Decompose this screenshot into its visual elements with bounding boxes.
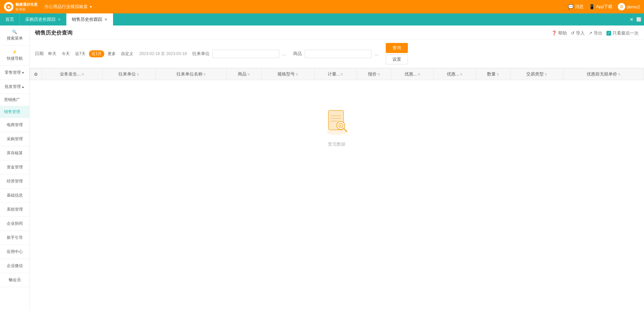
column-settings-icon[interactable]: ⚙ [34,72,38,77]
goods-label: 商品 [293,51,302,57]
col-pretax-price[interactable]: 优惠前无税单价⇅ [563,68,644,80]
col-settings[interactable]: ⚙ [30,68,42,80]
date-filter-group: 日期 昨天 今天 近7天 近1月 更多 自定义 2023-02-18 至 202… [35,50,187,57]
sidebar-item-sales-mgmt[interactable]: 销售管理 [0,106,29,118]
sidebar-item-inventory-check[interactable]: 库存核算 [0,146,29,160]
col-discount2[interactable]: 优惠...⇅ [433,68,476,80]
trade-type-label: 交易类型 [526,71,544,77]
sales-tab-close[interactable]: ✕ [104,17,107,22]
sort-icon-partner-name: ⇅ [203,72,206,76]
message-label: 消息 [575,4,584,10]
date-opt-yesterday[interactable]: 昨天 [46,50,58,57]
filter-bar: 日期 昨天 今天 近7天 近1月 更多 自定义 2023-02-18 至 202… [30,40,644,68]
sidebar-item-search-menu[interactable]: 🔍 搜索菜单 [0,25,29,46]
enterprise-agreement-label: 企业协同 [7,221,23,226]
purchase-mgmt-label: 采购管理 [7,136,23,142]
user-action[interactable]: D demo2 [618,3,640,10]
purchase-tab-label: 采购历史价跟踪 [25,16,56,22]
pretax-price-label: 优惠前无税单价 [587,71,617,77]
app-download-action[interactable]: 📱 App下载 [589,4,612,10]
header-row: ⚙ 业务发生...⇅ 往来单位⇅ 往来单位名称⇅ 商品⇅ [30,68,644,80]
data-table: ⚙ 业务发生...⇅ 往来单位⇅ 往来单位名称⇅ 商品⇅ [30,68,644,80]
wholesale-mgmt-label: 批发管理 [5,84,21,90]
partner-input[interactable] [212,50,279,58]
partner-dots[interactable]: ... [281,51,288,57]
col-trade-type[interactable]: 交易类型⇅ [510,68,563,80]
message-action[interactable]: 💬 消息 [568,4,584,10]
sidebar-item-basic-info[interactable]: 基础信息 [0,189,29,203]
sidebar-item-wholesale-mgmt[interactable]: 批发管理 ▲ [0,80,29,94]
logo-text: 畅捷通好生意 标准版 [15,2,38,11]
quick-nav-label: 快捷导航 [7,56,23,61]
date-opt-7days[interactable]: 近7天 [73,50,88,57]
user-label: demo2 [627,4,640,9]
sidebar-item-beginner-guide[interactable]: 新手引导 [0,231,29,245]
help-action[interactable]: ❓ 帮助 [551,30,567,36]
goods-dots[interactable]: ... [373,51,380,57]
main-layout: 🔍 搜索菜单 ⚡ 快捷导航 零售管理 ▼ 批发管理 ▲ 营销推广 销售管理 电商… [0,25,644,310]
col-quote[interactable]: 报价⇅ [357,68,391,80]
sidebar-item-enterprise-wechat[interactable]: 企业微信 [0,259,29,273]
member-label: 畅会员 [9,277,21,283]
sidebar-item-purchase-mgmt[interactable]: 采购管理 [0,132,29,146]
col-unit[interactable]: 计量...⇅ [314,68,357,80]
quantity-label: 数量 [487,71,496,77]
col-goods[interactable]: 商品⇅ [227,68,261,80]
help-label: 帮助 [558,30,567,36]
sort-icon-quote: ⇅ [377,72,380,76]
col-quantity[interactable]: 数量⇅ [476,68,510,80]
sort-icon-goods: ⇅ [247,72,250,76]
purchase-tab-close[interactable]: ✕ [58,17,61,22]
date-opt-more[interactable]: 更多 [106,50,118,57]
col-discount1[interactable]: 优惠...⇅ [391,68,433,80]
import-action[interactable]: ↺ 导入 [571,30,585,36]
export-action[interactable]: ↗ 导出 [589,30,602,36]
search-menu-icon: 🔍 [12,30,17,34]
goods-input[interactable] [305,50,372,58]
sort-icon-partner-code: ⇅ [137,72,139,76]
sidebar-item-retail-mgmt[interactable]: 零售管理 ▼ [0,66,29,80]
col-partner-code[interactable]: 往来单位⇅ [102,68,155,80]
sidebar-item-finance-mgmt[interactable]: 资金管理 [0,160,29,174]
col-biz-date[interactable]: 业务发生...⇅ [42,68,103,80]
close-window-icon[interactable]: ✕ [630,17,634,22]
sidebar-item-system-mgmt[interactable]: 系统管理 [0,203,29,217]
tab-purchase-history[interactable]: 采购历史价跟踪 ✕ [20,13,66,25]
sidebar-item-enterprise-agreement[interactable]: 企业协同 [0,217,29,231]
export-icon: ↗ [589,31,592,36]
only-last-checkbox[interactable]: ✓ 只看最后一次 [606,30,639,36]
system-mgmt-label: 系统管理 [7,207,23,212]
basic-info-label: 基础信息 [7,193,23,198]
sidebar-item-member[interactable]: 畅会员 [0,273,29,287]
col-partner-name[interactable]: 往来单位名称⇅ [155,68,227,80]
sidebar-item-operations-mgmt[interactable]: 经营管理 [0,174,29,189]
empty-text: 暂无数据 [328,141,345,147]
maximize-window-icon[interactable]: ⬜ [636,17,641,22]
tab-sales-history[interactable]: 销售历史价跟踪 ✕ [66,13,113,25]
settings-button[interactable]: 设置 [386,54,408,64]
ecommerce-label: 电商管理 [7,122,23,128]
date-options: 昨天 今天 近7天 近1月 更多 自定义 [46,50,135,57]
home-tab-label: 首页 [5,16,14,22]
col-spec[interactable]: 规格型号⇅ [261,68,314,80]
tabbar: 首页 采购历史价跟踪 ✕ 销售历史价跟踪 ✕ ✕ ⬜ [0,13,644,25]
sidebar-item-marketing[interactable]: 营销推广 [0,94,29,106]
topbar-left: 畅 畅捷通好生意 标准版 办公用品行业模拟账套 ▼ [4,2,97,11]
svg-text:畅: 畅 [7,6,10,9]
svg-text:?: ? [339,124,341,127]
app-selector[interactable]: 办公用品行业模拟账套 ▼ [40,4,97,10]
partner-filter-group: 往来单位 ... [192,50,288,58]
unit-label: 计量... [328,71,340,77]
sidebar-item-ecommerce-mgmt[interactable]: 电商管理 [0,118,29,132]
sort-icon-biz-date: ⇅ [82,72,84,76]
partner-input-group: ... [212,50,288,58]
topbar-right: 💬 消息 📱 App下载 D demo2 [568,3,640,10]
date-opt-custom[interactable]: 自定义 [119,50,135,57]
sidebar-item-app-center[interactable]: 应用中心 [0,245,29,259]
checkbox-icon: ✓ [606,31,611,36]
date-opt-1month[interactable]: 近1月 [89,50,105,57]
date-opt-today[interactable]: 今天 [60,50,72,57]
tab-home[interactable]: 首页 [0,13,20,25]
query-button[interactable]: 查询 [386,43,408,53]
sidebar-item-quick-nav[interactable]: ⚡ 快捷导航 [0,46,29,66]
